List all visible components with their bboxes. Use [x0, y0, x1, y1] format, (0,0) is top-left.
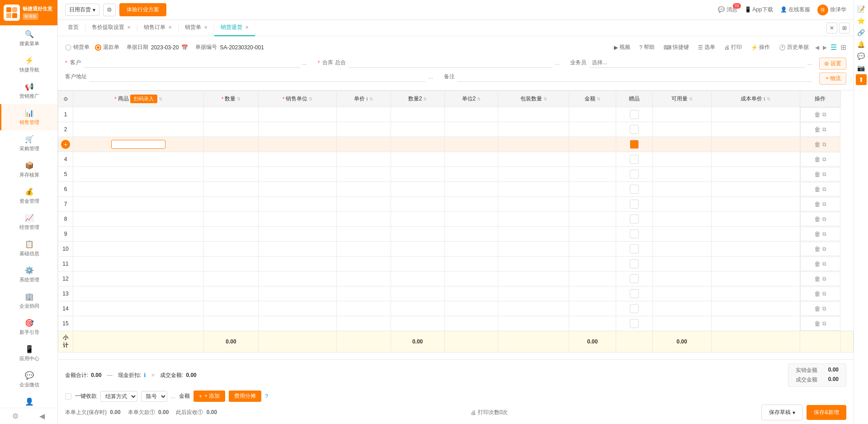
gift-checkbox[interactable] — [630, 155, 639, 164]
tab-close-all-btn[interactable]: ✕ — [826, 23, 837, 33]
tab-price-setting[interactable]: 售价提取设置 ✕ — [85, 20, 137, 36]
gift-cell[interactable] — [616, 182, 652, 197]
unit-cell[interactable] — [259, 272, 337, 286]
unit2-cell[interactable] — [444, 212, 498, 227]
qty2-cell[interactable] — [391, 152, 444, 167]
tab-sales-return[interactable]: 销货退货 ✕ — [214, 20, 255, 36]
delete-row-btn[interactable]: 🗑 — [814, 260, 821, 267]
copy-row-btn[interactable]: ⧉ — [822, 231, 826, 237]
unit2-cell[interactable] — [444, 197, 498, 212]
gift-checkbox[interactable] — [630, 274, 639, 283]
sort-unit2-icon[interactable]: ⇅ — [477, 96, 481, 101]
one-click-payment-checkbox[interactable] — [65, 393, 71, 400]
quantity-cell[interactable] — [204, 167, 259, 182]
history-btn[interactable]: 🕐 历史单据 — [776, 42, 811, 53]
gift-cell[interactable] — [616, 137, 652, 152]
shortcut-btn[interactable]: ⌨ 快捷键 — [661, 42, 692, 53]
unit-cell[interactable] — [259, 197, 337, 212]
price-cell[interactable] — [337, 242, 391, 257]
price-info-icon[interactable]: ℹ — [366, 96, 368, 101]
cost-price-cell[interactable] — [711, 122, 800, 137]
copy-row-btn[interactable]: ⧉ — [822, 186, 826, 192]
qty2-cell[interactable] — [391, 242, 444, 257]
delete-row-btn[interactable]: 🗑 — [814, 290, 821, 297]
th-settings[interactable]: ⚙ — [58, 91, 73, 107]
available-cell[interactable] — [652, 316, 711, 331]
quantity-cell[interactable] — [204, 257, 259, 272]
product-cell[interactable] — [73, 242, 204, 257]
product-cell[interactable] — [73, 272, 204, 286]
unit-cell[interactable] — [259, 137, 337, 152]
cost-price-cell[interactable] — [711, 257, 800, 272]
sidebar-item-marketing[interactable]: 📢 营销推广 — [0, 78, 57, 104]
gift-checkbox[interactable] — [630, 244, 639, 253]
staff-input[interactable] — [589, 57, 805, 68]
scan-btn[interactable]: 扫码录入 — [130, 95, 157, 103]
delete-row-btn[interactable]: 🗑 — [814, 245, 821, 252]
copy-row-btn[interactable]: ⧉ — [822, 261, 826, 267]
delete-row-btn[interactable]: 🗑 — [814, 275, 821, 282]
pkg-qty-cell[interactable] — [498, 122, 569, 137]
product-cell[interactable] — [73, 137, 204, 152]
price-cell[interactable] — [337, 107, 391, 122]
unit-cell[interactable] — [259, 286, 337, 301]
product-cell[interactable] — [73, 301, 204, 316]
print-btn[interactable]: 🖨 打印 — [722, 42, 745, 53]
gift-cell[interactable] — [616, 107, 652, 122]
pkg-qty-cell[interactable] — [498, 197, 569, 212]
quantity-cell[interactable] — [204, 316, 259, 331]
copy-row-btn[interactable]: ⧉ — [822, 201, 826, 207]
sort-product-icon[interactable]: ⇅ — [159, 96, 162, 101]
sidebar-item-system[interactable]: ⚙️ 系统管理 — [0, 262, 57, 288]
sort-qty-icon[interactable]: ⇅ — [237, 96, 241, 101]
help-btn[interactable]: ? 帮助 — [637, 42, 657, 53]
amount-cell[interactable] — [569, 137, 616, 152]
cost-price-cell[interactable] — [711, 227, 800, 242]
pkg-qty-cell[interactable] — [498, 212, 569, 227]
gift-cell[interactable] — [616, 242, 652, 257]
product-cell[interactable] — [73, 212, 204, 227]
sort-qty2-icon[interactable]: ⇅ — [423, 96, 427, 101]
delete-row-btn[interactable]: 🗑 — [814, 126, 821, 133]
qty2-cell[interactable] — [391, 212, 444, 227]
price-cell[interactable] — [337, 137, 391, 152]
unit2-cell[interactable] — [444, 137, 498, 152]
price-cell[interactable] — [337, 182, 391, 197]
cost-price-cell[interactable] — [711, 286, 800, 301]
sidebar-item-search[interactable]: 🔍 搜索菜单 — [0, 25, 57, 52]
table-view-icon[interactable]: ☰ — [830, 43, 837, 52]
delete-row-btn[interactable]: 🗑 — [814, 215, 821, 223]
qty2-cell[interactable] — [391, 122, 444, 137]
unit-cell[interactable] — [259, 227, 337, 242]
warehouse-input[interactable] — [349, 57, 552, 68]
qty2-cell[interactable] — [391, 182, 444, 197]
delete-row-btn[interactable]: 🗑 — [814, 320, 821, 327]
available-cell[interactable] — [652, 257, 711, 272]
gift-cell[interactable] — [616, 122, 652, 137]
right-star-btn[interactable]: ⭐ — [856, 15, 867, 26]
right-bell-btn[interactable]: 🔔 — [856, 39, 867, 50]
unit-cell[interactable] — [259, 316, 337, 331]
tab-sales[interactable]: 销货单 ✕ — [179, 20, 214, 36]
delete-row-btn[interactable]: 🗑 — [814, 305, 821, 312]
sidebar-item-shortcut[interactable]: ⚡ 快捷导航 — [0, 52, 57, 78]
unit2-cell[interactable] — [444, 122, 498, 137]
copy-row-btn[interactable]: ⧉ — [822, 171, 826, 177]
account-select[interactable]: 陈号 — [141, 391, 167, 402]
user-profile-btn[interactable]: 徐 徐泽华 — [817, 5, 846, 15]
sort-unit-icon[interactable]: ⇅ — [309, 96, 312, 101]
quantity-cell[interactable] — [204, 227, 259, 242]
cost-price-cell[interactable] — [711, 107, 800, 122]
product-cell[interactable] — [73, 182, 204, 197]
remark-input[interactable] — [458, 71, 812, 82]
available-cell[interactable] — [652, 167, 711, 182]
trial-btn[interactable]: 体验行业方案 — [119, 3, 166, 16]
unit-cell[interactable] — [259, 242, 337, 257]
history-prev-icon[interactable]: ◀ — [815, 44, 819, 51]
gift-cell[interactable] — [616, 286, 652, 301]
topbar-settings-btn[interactable]: ⚙ — [103, 4, 116, 16]
calc-method-select[interactable]: 结算方式 — [100, 391, 137, 402]
unit-cell[interactable] — [259, 122, 337, 137]
video-btn[interactable]: ▶ 视频 — [611, 42, 633, 53]
settings-bottom-btn[interactable]: ⚙ — [4, 412, 27, 420]
